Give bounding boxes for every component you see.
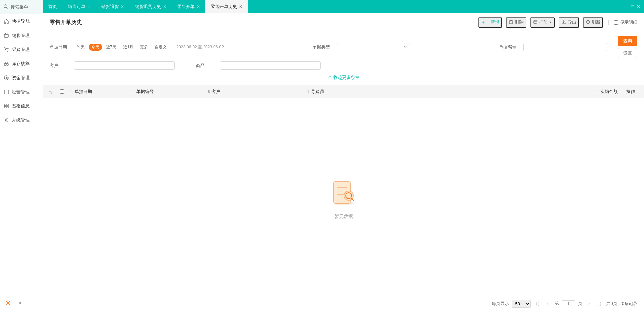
customer-filter-select[interactable]: ··· (74, 61, 175, 70)
inventory-icon (3, 61, 9, 67)
th-settings[interactable] (46, 89, 57, 94)
content-area: 零售开单历史 ＋ + 新增 删除 打印 ▼ (43, 13, 644, 311)
date-btn-more[interactable]: 更多 (137, 44, 151, 51)
sidebar-item-purchase-mgmt[interactable]: 采购管理 (0, 43, 43, 57)
select-all-checkbox[interactable] (60, 89, 64, 94)
th-customer[interactable]: ⇅ 客户 (205, 89, 304, 95)
collapse-sidebar-icon[interactable] (16, 298, 26, 308)
no-filter-input[interactable] (523, 43, 607, 51)
sort-icon: ⇅ (132, 90, 135, 93)
next-page-btn[interactable]: ＞ (585, 300, 593, 308)
th-amount[interactable]: ⇅ 实销金额 (559, 89, 621, 95)
tab-close-icon[interactable]: ✕ (239, 4, 242, 9)
close-window-icon[interactable]: ✕ (637, 4, 641, 9)
date-btn-today[interactable]: 今天 (89, 44, 102, 51)
svg-rect-6 (7, 64, 8, 65)
svg-point-0 (4, 5, 7, 8)
tab-sales-order[interactable]: 销售订单 ✕ (62, 0, 96, 13)
no-filter-label: 单据编号 (499, 44, 518, 50)
query-button[interactable]: 查询 (618, 36, 637, 46)
sales-icon (3, 33, 9, 39)
svg-point-19 (51, 91, 52, 92)
sidebar-item-ops-mgmt[interactable]: 经营管理 (0, 85, 43, 99)
per-page-label: 每页显示 (492, 301, 509, 307)
delete-label: 删除 (515, 19, 524, 25)
svg-rect-13 (7, 106, 8, 108)
tab-close-icon[interactable]: ✕ (87, 4, 91, 9)
add-icon: ＋ (481, 19, 486, 25)
delete-icon (509, 20, 513, 25)
sidebar-item-sys-mgmt[interactable]: 系统管理 (0, 113, 43, 127)
delete-button[interactable]: 删除 (506, 17, 526, 28)
empty-text: 暂无数据 (334, 214, 353, 220)
sidebar-item-label: 快捷导航 (12, 18, 30, 24)
tab-close-icon[interactable]: ✕ (121, 4, 124, 9)
first-page-btn[interactable]: ⟨⟨ (533, 300, 541, 308)
collapse-filter-row[interactable]: 收起更多条件 (50, 73, 637, 81)
sidebar-bottom (0, 295, 43, 311)
chevron-down-icon (403, 45, 407, 50)
sidebar-item-inventory-mgmt[interactable]: 库存核算 (0, 57, 43, 71)
empty-state: 暂无数据 (43, 98, 644, 296)
th-checkbox[interactable] (57, 89, 68, 94)
print-button[interactable]: 打印 ▼ (530, 17, 555, 28)
prev-page-btn[interactable]: ＜ (544, 300, 552, 308)
type-filter-select[interactable] (337, 43, 410, 51)
tab-close-icon[interactable]: ✕ (197, 4, 200, 9)
goods-filter-select[interactable]: ··· (220, 61, 321, 70)
minimize-icon[interactable]: — (624, 4, 629, 9)
display-detail-checkbox[interactable] (614, 20, 618, 25)
svg-point-15 (7, 302, 9, 304)
sidebar-search[interactable]: 搜索采单 (0, 0, 43, 14)
tab-retail-open[interactable]: 零售开单 ✕ (172, 0, 205, 13)
filter-row-1: 单据日期 昨天 今天 近7天 近1月 更多 自定义 2023-06-02 至 2… (50, 36, 637, 58)
tab-retail-open-history[interactable]: 零售开单历史 ✕ (205, 0, 248, 13)
sidebar-item-label: 基础信息 (12, 103, 30, 109)
add-button[interactable]: ＋ + 新增 (478, 17, 502, 28)
tab-close-icon[interactable]: ✕ (163, 4, 166, 9)
add-label: + 新增 (487, 19, 499, 25)
tab-bar-controls: — □ ✕ (624, 4, 644, 9)
page-input[interactable] (562, 300, 575, 307)
sidebar-item-label: 系统管理 (12, 117, 30, 123)
th-date[interactable]: ⇅ 单据日期 (68, 89, 130, 95)
svg-point-3 (6, 51, 6, 52)
main-area: 首页 销售订单 ✕ 销货退货 ✕ 销货退货历史 ✕ 零售开单 ✕ 零售开单历史 … (43, 0, 644, 311)
sidebar-item-sales-mgmt[interactable]: 销售管理 (0, 29, 43, 43)
sidebar-item-quick-nav[interactable]: 快捷导航 (0, 14, 43, 29)
maximize-icon[interactable]: □ (631, 4, 634, 9)
filter-row-2: 客户 ··· 商品 ··· (50, 61, 637, 70)
date-btn-7days[interactable]: 近7天 (103, 44, 119, 51)
sort-icon: ⇅ (596, 90, 599, 93)
per-page-select[interactable]: 50 10 20 100 (512, 300, 531, 308)
last-page-btn[interactable]: ⟩⟩ (596, 300, 604, 308)
tab-sales-return-history[interactable]: 销货退货历史 ✕ (130, 0, 172, 13)
tab-label: 销货退货 (101, 4, 119, 10)
tab-label: 零售开单 (177, 4, 195, 10)
display-detail-checkbox-label[interactable]: 显示明细 (614, 19, 637, 25)
svg-rect-18 (534, 21, 537, 23)
refresh-button[interactable]: 刷新 (583, 17, 603, 28)
sidebar-item-finance-mgmt[interactable]: 资金管理 (0, 71, 43, 85)
th-no[interactable]: ⇅ 单据编号 (130, 89, 205, 95)
refresh-icon (586, 20, 590, 25)
empty-icon (327, 175, 360, 208)
page-header: 零售开单历史 ＋ + 新增 删除 打印 ▼ (43, 13, 644, 32)
refresh-label: 刷新 (592, 19, 600, 25)
th-guide[interactable]: ⇅ 导购员 (304, 89, 366, 95)
sort-icon: ⇅ (208, 90, 210, 93)
goods-filter-label: 商品 (196, 63, 215, 69)
pagination: 每页显示 50 10 20 100 ⟨⟨ ＜ 第 页 ＞ ⟩⟩ 共0页，0条记录 (43, 296, 644, 311)
tab-home[interactable]: 首页 (43, 0, 62, 13)
date-btn-1month[interactable]: 近1月 (120, 44, 136, 51)
svg-rect-17 (509, 21, 513, 24)
svg-point-4 (7, 51, 8, 52)
table-container: ⇅ 单据日期 ⇅ 单据编号 ⇅ 客户 ⇅ 导购员 ⇅ 实销 (43, 85, 644, 311)
date-btn-yesterday[interactable]: 昨天 (74, 44, 87, 51)
export-button[interactable]: 导出 (559, 17, 579, 28)
tab-sales-return[interactable]: 销货退货 ✕ (96, 0, 130, 13)
sidebar-item-basic-info[interactable]: 基础信息 (0, 99, 43, 113)
date-btn-custom[interactable]: 自定义 (152, 44, 169, 51)
settings-button[interactable]: 设置 (618, 48, 637, 58)
settings-bottom-icon[interactable] (3, 298, 13, 308)
